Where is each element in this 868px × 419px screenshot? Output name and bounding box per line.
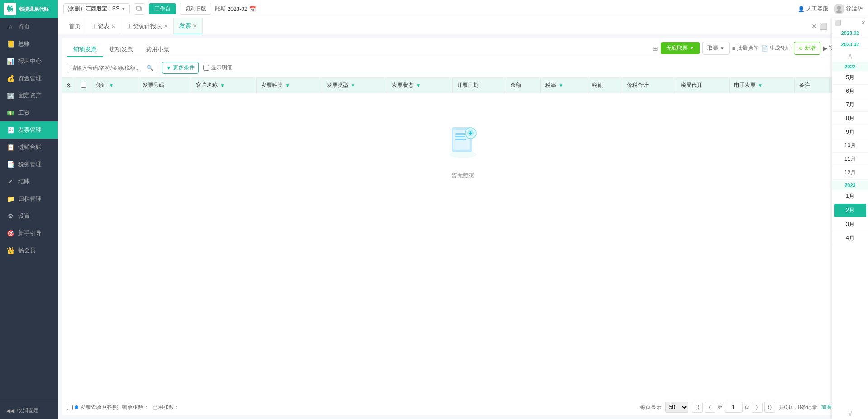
- more-filter-button[interactable]: ▼ 更多条件: [162, 62, 199, 74]
- svg-rect-9: [455, 139, 466, 140]
- date-month-10[interactable]: 10月: [832, 139, 868, 153]
- sidebar-item-reports[interactable]: 📊 报表中心: [0, 53, 58, 70]
- next-page-button[interactable]: ⟩: [752, 402, 763, 413]
- sidebar-item-label: 发票管理: [18, 126, 42, 134]
- filter-icon[interactable]: ▼: [286, 83, 290, 88]
- search-icon[interactable]: 🔍: [147, 65, 153, 71]
- th-e-invoice: 电子发票 ▼: [729, 78, 794, 93]
- th-settings[interactable]: ⚙: [62, 78, 76, 93]
- search-input[interactable]: [71, 65, 145, 71]
- th-tax-rate: 税率 ▼: [541, 78, 587, 93]
- th-invoice-no: 发票号码: [138, 78, 191, 93]
- new-button[interactable]: ⊕ 新增: [794, 42, 820, 55]
- user-info[interactable]: 徐溢华: [834, 4, 863, 14]
- th-voucher: 凭证 ▼: [91, 78, 138, 93]
- sidebar-item-assets[interactable]: 🏢 固定资产: [0, 87, 58, 104]
- sidebar-item-salary[interactable]: 💵 工资: [0, 104, 58, 121]
- date-month-8[interactable]: 8月: [832, 112, 868, 125]
- grid-layout-icon[interactable]: ⊞: [653, 45, 658, 52]
- company-selector[interactable]: (勿删）江西股宝-LSS ▼: [63, 3, 130, 14]
- generate-cert-button[interactable]: 📄 生成凭证: [761, 44, 791, 52]
- date-month-2023-4[interactable]: 4月: [832, 231, 868, 245]
- total-label: 共0页，0条记录: [779, 404, 817, 411]
- workbench-button[interactable]: 工作台: [149, 3, 176, 14]
- tab-home[interactable]: 首页: [63, 18, 86, 34]
- copy-button[interactable]: [134, 3, 145, 15]
- filter-icon[interactable]: ▼: [416, 83, 420, 88]
- tab-close-icon[interactable]: ✕: [111, 18, 115, 34]
- sidebar-item-settings[interactable]: ⚙ 设置: [0, 207, 58, 225]
- service-button[interactable]: 👤 人工客服: [798, 5, 828, 13]
- sidebar-collapse[interactable]: ◀◀ 收消固定: [0, 402, 58, 419]
- archive-icon: 📁: [6, 195, 14, 202]
- filter-icon[interactable]: ▼: [758, 83, 763, 88]
- ticket-button[interactable]: 取票 ▼: [702, 42, 730, 55]
- invoice-table-container: ⚙ 凭证 ▼ 发票号码 客户名称 ▼ 发票种类 ▼ 发票类型 ▼ 发票状态 ▼ …: [62, 78, 864, 399]
- verify-checkbox[interactable]: [67, 405, 73, 410]
- filter-icon[interactable]: ▼: [559, 83, 563, 88]
- expand-icon[interactable]: ⬜: [820, 23, 827, 30]
- first-page-button[interactable]: ⟨⟨: [692, 402, 703, 413]
- sub-tab-sales[interactable]: 销项发票: [67, 43, 103, 57]
- scroll-down-icon[interactable]: ∨: [832, 407, 868, 419]
- sidebar-item-home[interactable]: ⌂ 首页: [0, 18, 58, 35]
- sidebar-item-tax[interactable]: 📑 税务管理: [0, 156, 58, 173]
- date-month-6[interactable]: 6月: [832, 85, 868, 98]
- sidebar-item-sales[interactable]: 📋 进销台账: [0, 139, 58, 156]
- assets-icon: 🏢: [6, 92, 14, 99]
- sub-tab-expense[interactable]: 费用小票: [139, 43, 176, 57]
- tab-invoices[interactable]: 发票 ✕: [174, 18, 203, 34]
- date-month-11[interactable]: 11月: [832, 153, 868, 166]
- sidebar-item-checkout[interactable]: ✔ 结账: [0, 173, 58, 190]
- date-header-2[interactable]: 2023.02: [832, 39, 868, 50]
- th-tax: 税额: [587, 78, 622, 93]
- filter-icon[interactable]: ▼: [351, 83, 355, 88]
- sidebar-item-archive[interactable]: 📁 归档管理: [0, 190, 58, 207]
- switch-old-button[interactable]: 切到旧版: [180, 3, 211, 15]
- date-panel: ⬜ ✕ 2023.02 2023.02 ∧ 2022 5月 6月 7月 8月 9…: [832, 34, 868, 419]
- per-page-select[interactable]: 50 100 200: [665, 402, 688, 413]
- th-amount: 金额: [506, 78, 541, 93]
- date-month-5[interactable]: 5月: [832, 71, 868, 85]
- funds-icon: 💰: [6, 75, 14, 82]
- main-content: (勿删）江西股宝-LSS ▼ 工作台 切到旧版 账期 2023-02 📅 👤 人…: [58, 0, 868, 419]
- tab-close-icon[interactable]: ✕: [193, 18, 197, 34]
- select-all-checkbox[interactable]: [81, 82, 86, 88]
- batch-op-button[interactable]: ≡ 批量操作: [732, 44, 758, 52]
- sidebar-item-invoices[interactable]: 🧾 发票管理: [0, 121, 58, 139]
- show-detail-checkbox[interactable]: 显示明细: [203, 64, 233, 72]
- tab-salary-stats[interactable]: 工资统计报表 ✕: [121, 18, 174, 34]
- scroll-up-icon[interactable]: ∧: [832, 50, 868, 62]
- detail-checkbox[interactable]: [203, 65, 209, 71]
- sidebar-item-ledger[interactable]: 📒 总账: [0, 35, 58, 53]
- sidebar-item-funds[interactable]: 💰 资金管理: [0, 70, 58, 87]
- date-month-9[interactable]: 9月: [832, 125, 868, 139]
- period-icon: 📅: [249, 6, 256, 12]
- tab-label: 工资表: [92, 18, 110, 34]
- close-all-icon[interactable]: ✕: [811, 23, 817, 30]
- date-month-2023-1[interactable]: 1月: [832, 190, 868, 203]
- invoice-verify: 发票查验及拍照: [67, 404, 118, 411]
- prev-page-button[interactable]: ⟨: [705, 402, 715, 413]
- filter-icon[interactable]: ▼: [109, 83, 114, 88]
- date-header-1[interactable]: 2023.02: [832, 34, 868, 39]
- app-logo: 畅 畅捷通易代账: [0, 0, 58, 18]
- no-ticket-button[interactable]: 无底取票 ▼: [661, 42, 700, 54]
- sidebar-item-guide[interactable]: 🎯 新手引导: [0, 225, 58, 242]
- sidebar-item-member[interactable]: 👑 畅会员: [0, 242, 58, 259]
- tax-icon: 📑: [6, 161, 14, 168]
- sidebar-item-label: 工资: [18, 109, 30, 117]
- date-month-2023-3[interactable]: 3月: [832, 218, 868, 231]
- page-input[interactable]: [725, 402, 743, 413]
- tab-salary-table[interactable]: 工资表 ✕: [86, 18, 121, 34]
- date-month-12[interactable]: 12月: [832, 166, 868, 180]
- date-month-7[interactable]: 7月: [832, 98, 868, 112]
- last-page-button[interactable]: ⟩⟩: [764, 402, 775, 413]
- footer-left: 发票查验及拍照 剩余张数： 已用张数：: [67, 404, 180, 411]
- date-month-2023-2[interactable]: 2月: [834, 204, 866, 217]
- tab-close-icon[interactable]: ✕: [164, 18, 168, 34]
- th-checkbox[interactable]: [76, 78, 91, 93]
- sub-tab-purchase[interactable]: 进项发票: [103, 43, 139, 57]
- empty-state: 暂无数据: [62, 93, 864, 207]
- filter-icon[interactable]: ▼: [220, 83, 225, 88]
